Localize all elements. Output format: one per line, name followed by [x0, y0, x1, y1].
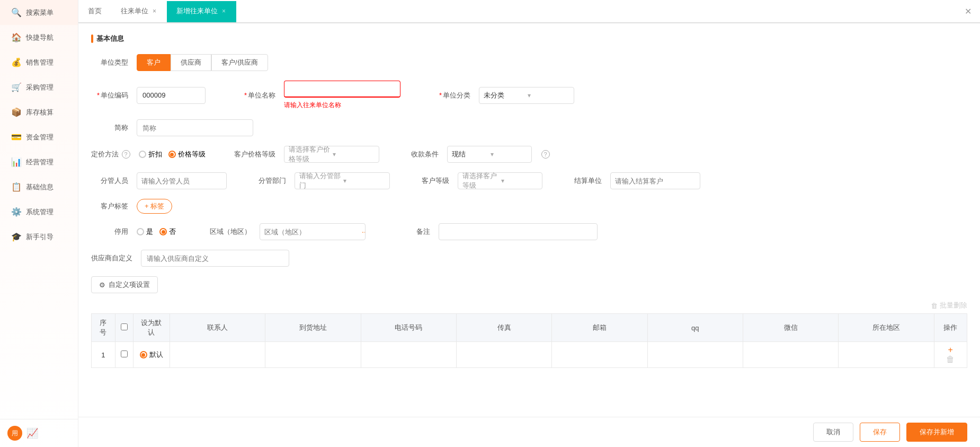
row-wechat-input[interactable] [749, 346, 833, 363]
table-header-row: 序号 设为默认 联系人 到货地址 电话号码 传真 邮箱 qq 微信 所在地区 操… [92, 314, 967, 342]
tab-new-contact[interactable]: 新增往来单位 × [167, 1, 236, 22]
tag-row: 客户标签 + 标签 [91, 199, 967, 214]
row-region [839, 342, 934, 368]
content-area: 基本信息 单位类型 客户 供应商 客户/供应商 *单位编码 *单位名称 请输入往… [78, 23, 980, 447]
row-default-radio[interactable]: 默认 [139, 350, 164, 360]
unit-name-error: 请输入往来单位名称 [284, 101, 341, 110]
row-default: 默认 [133, 342, 170, 368]
pricing-label: 定价方法 ? [91, 150, 130, 159]
settlement-unit-input[interactable] [611, 173, 700, 189]
customer-level-select[interactable]: 请选择客户等级 ▾ [458, 172, 542, 189]
settlement-unit-input-wrap: ··· [610, 172, 700, 189]
tab-contacts-close[interactable]: × [152, 7, 157, 15]
unit-type-both[interactable]: 客户/供应商 [211, 54, 268, 71]
main-close-button[interactable]: ✕ [956, 1, 980, 22]
sidebar-item-tutorial-label: 新手引导 [26, 232, 54, 242]
sidebar-item-purchase[interactable]: 🛒 采购管理 [0, 75, 78, 100]
th-address: 到货地址 [265, 314, 361, 342]
row-select-checkbox[interactable] [121, 350, 128, 357]
sidebar-item-sales[interactable]: 💰 销售管理 [0, 50, 78, 75]
add-row-button[interactable]: + [946, 345, 955, 355]
payment-terms-help-icon[interactable]: ? [541, 150, 550, 159]
sidebar-item-search[interactable]: 🔍 搜索菜单 [0, 0, 78, 25]
sidebar-item-purchase-label: 采购管理 [26, 83, 54, 92]
customer-level-placeholder: 请选择客户等级 [462, 171, 499, 190]
sidebar-item-tutorial[interactable]: 🎓 新手引导 [0, 224, 78, 249]
save-new-button[interactable]: 保存并新增 [906, 423, 967, 442]
unit-category-value: 未分类 [484, 91, 525, 100]
pricing-radio-discount[interactable]: 折扣 [139, 150, 162, 159]
tab-new-contact-close[interactable]: × [221, 7, 227, 15]
region-input[interactable] [260, 224, 358, 240]
disable-radio-yes[interactable]: 是 [137, 227, 153, 236]
table-select-all[interactable] [121, 323, 128, 330]
unit-name-input[interactable] [284, 81, 400, 98]
row-address-input[interactable] [271, 346, 355, 363]
manager-input[interactable] [137, 173, 227, 189]
row-qq-input[interactable] [653, 346, 737, 363]
dept-select[interactable]: 请输入分管部门 ▾ [295, 172, 390, 189]
sidebar-item-finance[interactable]: 💳 资金管理 [0, 125, 78, 150]
customer-price-level-chevron: ▾ [333, 151, 375, 158]
pricing-help-icon[interactable]: ? [122, 150, 130, 159]
sidebar-item-nav[interactable]: 🏠 快捷导航 [0, 25, 78, 50]
sidebar-item-operations[interactable]: 📊 经营管理 [0, 150, 78, 174]
remark-label: 备注 [414, 227, 430, 236]
sidebar-item-finance-label: 资金管理 [26, 133, 54, 142]
tab-home[interactable]: 首页 [78, 1, 111, 22]
unit-type-supplier[interactable]: 供应商 [171, 54, 211, 71]
row-phone-input[interactable] [367, 346, 451, 363]
manager-input-wrap: ··· [137, 172, 227, 189]
unit-name-label: *单位名称 [244, 91, 275, 100]
abbrev-input[interactable] [137, 119, 253, 136]
unit-code-input[interactable] [137, 87, 206, 104]
row-no: 1 [92, 342, 115, 368]
batch-delete-label[interactable]: 批量删除 [940, 301, 967, 310]
row-region-input[interactable] [844, 346, 928, 363]
save-button[interactable]: 保存 [860, 423, 900, 442]
th-no: 序号 [92, 314, 115, 342]
payment-terms-select[interactable]: 现结 ▾ [447, 146, 532, 163]
supplier-custom-input[interactable] [141, 250, 289, 267]
sidebar-item-basic-info[interactable]: 📋 基础信息 [0, 174, 78, 199]
row-wechat [743, 342, 838, 368]
manager-row: 分管人员 ··· 分管部门 请输入分管部门 ▾ 客户等级 请选择客户等级 ▾ 结… [91, 172, 967, 189]
th-wechat: 微信 [743, 314, 838, 342]
trash-icon: 🗑 [931, 302, 938, 310]
main-area: 首页 往来单位 × 新增往来单位 × ✕ 基本信息 单位类型 客户 供应商 客户… [78, 0, 980, 447]
row-email-input[interactable] [557, 346, 642, 363]
row-phone [361, 342, 456, 368]
disable-circle-yes [137, 228, 144, 235]
unit-type-customer[interactable]: 客户 [137, 54, 171, 71]
inventory-icon: 📦 [11, 107, 22, 117]
tab-contacts[interactable]: 往来单位 × [111, 1, 167, 22]
row-checkbox [115, 342, 133, 368]
contacts-table: 序号 设为默认 联系人 到货地址 电话号码 传真 邮箱 qq 微信 所在地区 操… [91, 313, 967, 368]
row-default-circle [140, 351, 147, 358]
th-phone: 电话号码 [361, 314, 456, 342]
row-operation: + 🗑 [934, 342, 967, 368]
cancel-button[interactable]: 取消 [813, 423, 853, 442]
supplier-custom-label: 供应商自定义 [91, 253, 132, 263]
abbrev-label: 简称 [91, 123, 128, 133]
sidebar-item-system[interactable]: ⚙️ 系统管理 [0, 199, 78, 224]
row-fax-input[interactable] [462, 346, 546, 363]
customer-price-level-select[interactable]: 请选择客户价格等级 ▾ [284, 146, 379, 163]
row-contact-input[interactable] [175, 346, 260, 363]
customer-price-level-placeholder: 请选择客户价格等级 [289, 145, 331, 164]
remark-input[interactable] [439, 223, 598, 240]
finance-icon: 💳 [11, 132, 22, 142]
delete-row-button[interactable]: 🗑 [944, 355, 957, 364]
system-icon: ⚙️ [11, 207, 22, 217]
add-tag-button[interactable]: + 标签 [137, 199, 172, 214]
settlement-unit-label: 结算单位 [570, 176, 602, 186]
custom-settings-button[interactable]: ⚙ 自定义项设置 [91, 276, 158, 293]
supplier-custom-row: 供应商自定义 [91, 250, 967, 267]
region-dots-btn[interactable]: ··· [358, 227, 366, 236]
tab-bar: 首页 往来单位 × 新增往来单位 × ✕ [78, 0, 980, 23]
unit-category-select[interactable]: 未分类 ▾ [479, 87, 574, 104]
sidebar-item-inventory[interactable]: 📦 库存核算 [0, 100, 78, 125]
pricing-radio-level[interactable]: 价格等级 [168, 150, 206, 159]
disable-radio-no[interactable]: 否 [159, 227, 176, 236]
sidebar: 🔍 搜索菜单 🏠 快捷导航 💰 销售管理 🛒 采购管理 📦 库存核算 💳 资金管… [0, 0, 78, 447]
